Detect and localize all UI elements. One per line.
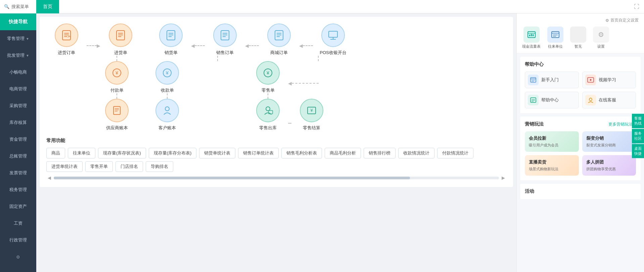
sidebar-item-wholesale[interactable]: 批发管理 ▼ xyxy=(0,47,36,64)
float-btn-service[interactable]: 客服热线 xyxy=(632,114,644,128)
scroll-right-icon[interactable]: ▶ xyxy=(500,175,506,180)
right-panel: ⚙ 首页自定义设置 现金流量表 往来单位 xyxy=(516,13,644,272)
marketing-title: 营销玩法 xyxy=(525,121,544,127)
help-item-video[interactable]: 视频学习 xyxy=(582,72,636,88)
center-panel: 进货订单 ▶ 进货单 xyxy=(36,13,516,272)
func-btn-payment-stat[interactable]: 付款情况统计 xyxy=(437,148,473,158)
common-functions: 常用功能 商品 往来单位 现存量(库存状况表) 现存量(库存分布表) 销货单统计… xyxy=(46,138,506,172)
func-btn-contacts[interactable]: 往来单位 xyxy=(68,148,95,158)
node-sales-bill[interactable]: 销货单 xyxy=(151,24,191,56)
sidebar-item-ledger[interactable]: 总账管理 xyxy=(0,148,36,165)
sidebar-item-invoice[interactable]: 发票管理 xyxy=(0,165,36,181)
func-button-grid: 商品 往来单位 现存量(库存状况表) 现存量(库存分布表) 销货单统计表 销售订… xyxy=(46,148,506,172)
scroll-left-icon[interactable]: ◀ xyxy=(46,175,52,180)
node-customer-account[interactable]: 客户账本 xyxy=(147,99,187,131)
func-btn-sales-margin[interactable]: 销售毛利分析表 xyxy=(281,148,322,158)
sidebar-item-fixed-assets[interactable]: 固定资产 xyxy=(0,198,36,215)
svg-rect-42 xyxy=(533,34,534,36)
svg-marker-52 xyxy=(590,79,592,81)
func-btn-purchase-stat[interactable]: 进货单统计表 xyxy=(46,161,83,172)
home-tab[interactable]: 首页 xyxy=(36,0,59,13)
marketing-card-fission[interactable]: 裂变分销 裂变式发展分销商 xyxy=(582,131,636,152)
help-title: 帮助中心 xyxy=(525,61,636,67)
main-content: 进货订单 ▶ 进货单 xyxy=(36,13,644,272)
node-retail-out[interactable]: 零售出库 xyxy=(248,99,288,131)
shortcut-contacts[interactable]: 往来单位 xyxy=(547,27,563,49)
func-btn-guide-rank[interactable]: 导购排名 xyxy=(146,161,173,172)
node-retail-settle[interactable]: ¥ 零售结算 xyxy=(291,99,332,131)
svg-text:¥: ¥ xyxy=(166,70,169,76)
flow-card: 进货订单 ▶ 进货单 xyxy=(40,17,513,187)
marketing-card-live[interactable]: 直播卖货 场景式购物新玩法 xyxy=(525,155,579,176)
svg-rect-20 xyxy=(329,31,337,37)
float-btn-desktop[interactable]: 桌面快捷 xyxy=(632,144,644,158)
shortcuts-setting-row: ⚙ 首页自定义设置 xyxy=(522,17,639,23)
gear-icon: ⚙ xyxy=(16,255,20,260)
svg-rect-53 xyxy=(531,98,536,102)
sidebar-item-ecommerce-small[interactable]: 小畅电商 xyxy=(0,64,36,81)
marketing-card-member[interactable]: 会员拉新 吸引用户成为会员 xyxy=(525,131,579,152)
activity-section: 活动 xyxy=(520,184,641,199)
scroll-thumb xyxy=(54,177,410,179)
flow-diagram: 进货订单 ▶ 进货单 xyxy=(46,24,506,131)
svg-text:¥: ¥ xyxy=(115,70,118,76)
sidebar-item-ecommerce[interactable]: 电商管理 xyxy=(0,81,36,97)
svg-point-34 xyxy=(266,107,270,111)
chevron-down-icon: ▼ xyxy=(26,37,29,41)
float-btn-community[interactable]: 服务社区 xyxy=(632,129,644,143)
func-btn-sales-stat[interactable]: 销货单统计表 xyxy=(199,148,235,158)
svg-rect-41 xyxy=(531,34,532,36)
func-btn-inventory-status[interactable]: 现存量(库存状况表) xyxy=(98,148,146,158)
help-item-service[interactable]: 在线客服 xyxy=(582,92,636,108)
help-item-beginner[interactable]: 新手入门 xyxy=(525,72,579,88)
floating-buttons: 客服热线 服务社区 桌面快捷 xyxy=(632,114,644,158)
node-payment-bill[interactable]: ¥ 付款单 xyxy=(97,61,137,93)
func-btn-sales-rank[interactable]: 销售排行榜 xyxy=(364,148,396,158)
svg-text:¥: ¥ xyxy=(266,70,269,76)
node-sales-order[interactable]: 销售订单 xyxy=(205,24,245,56)
shortcut-items: 现金流量表 往来单位 暂无 xyxy=(522,27,639,49)
sidebar-item-tax[interactable]: 税务管理 xyxy=(0,181,36,198)
svg-rect-40 xyxy=(529,35,530,36)
func-btn-inventory-dist[interactable]: 现存量(库存分布表) xyxy=(149,148,197,158)
sidebar-item-admin[interactable]: 行政管理 xyxy=(0,232,36,248)
func-btn-receipt-stat[interactable]: 收款情况统计 xyxy=(398,148,434,158)
shortcut-settings[interactable]: ⚙ 设置 xyxy=(593,27,609,49)
node-pos[interactable]: POS收银开台 xyxy=(313,24,353,56)
func-btn-retail-order[interactable]: 零售开单 xyxy=(85,161,113,172)
fullscreen-icon[interactable]: ⛶ xyxy=(633,3,640,10)
shortcuts-area: ⚙ 首页自定义设置 现金流量表 往来单位 xyxy=(517,13,644,53)
sidebar-item-purchase[interactable]: 采购管理 xyxy=(0,97,36,114)
node-supplier-account[interactable]: 供应商账本 xyxy=(97,99,137,131)
search-menu[interactable]: 🔍 搜索菜单 xyxy=(0,0,36,13)
flow-row-3: 供应商账本 客户账本 xyxy=(46,99,506,131)
sidebar-gear-icon[interactable]: ⚙ xyxy=(0,248,36,265)
sidebar-item-salary[interactable]: 工资 xyxy=(0,215,36,232)
node-retail-bill[interactable]: ¥ 零售单 xyxy=(248,61,288,93)
scroll-track[interactable] xyxy=(54,177,499,179)
node-mall-order[interactable]: 商城订单 xyxy=(259,24,299,56)
func-btn-order-stat[interactable]: 销售订单统计表 xyxy=(238,148,279,158)
func-btn-store-rank[interactable]: 门店排名 xyxy=(116,161,143,172)
func-btn-goods-margin[interactable]: 商品毛利分析 xyxy=(325,148,361,158)
sidebar-item-retail[interactable]: 零售管理 ▼ xyxy=(0,30,36,47)
main-layout: 快捷导航 零售管理 ▼ 批发管理 ▼ 小畅电商 电商管理 采购管理 库存核算 资… xyxy=(0,13,644,272)
help-item-help[interactable]: 帮助中心 xyxy=(525,92,579,108)
svg-point-33 xyxy=(165,107,169,111)
node-receipt-bill[interactable]: ¥ 收款单 xyxy=(147,61,187,93)
flow-row-1: 进货订单 ▶ 进货单 xyxy=(46,24,506,56)
node-purchase-bill[interactable]: 进货单 xyxy=(100,24,141,56)
marketing-card-group[interactable]: 多人拼团 拼团购物享受优惠 xyxy=(582,155,636,176)
sidebar-item-inventory[interactable]: 库存核算 xyxy=(0,114,36,131)
shortcut-none[interactable]: 暂无 xyxy=(570,27,586,49)
node-purchase-order[interactable]: 进货订单 xyxy=(46,24,87,56)
sidebar-item-nav[interactable]: 快捷导航 xyxy=(0,13,36,30)
func-btn-goods[interactable]: 商品 xyxy=(46,148,65,158)
shortcuts-setting-btn[interactable]: ⚙ 首页自定义设置 xyxy=(605,17,639,23)
marketing-header: 营销玩法 更多营销玩法 > xyxy=(525,121,636,127)
sidebar-item-finance[interactable]: 资金管理 xyxy=(0,131,36,148)
search-icon: 🔍 xyxy=(4,4,9,9)
shortcut-cashflow[interactable]: 现金流量表 xyxy=(522,27,541,49)
svg-point-57 xyxy=(589,98,592,101)
help-grid: 新手入门 视频学习 帮助中心 xyxy=(525,72,636,108)
